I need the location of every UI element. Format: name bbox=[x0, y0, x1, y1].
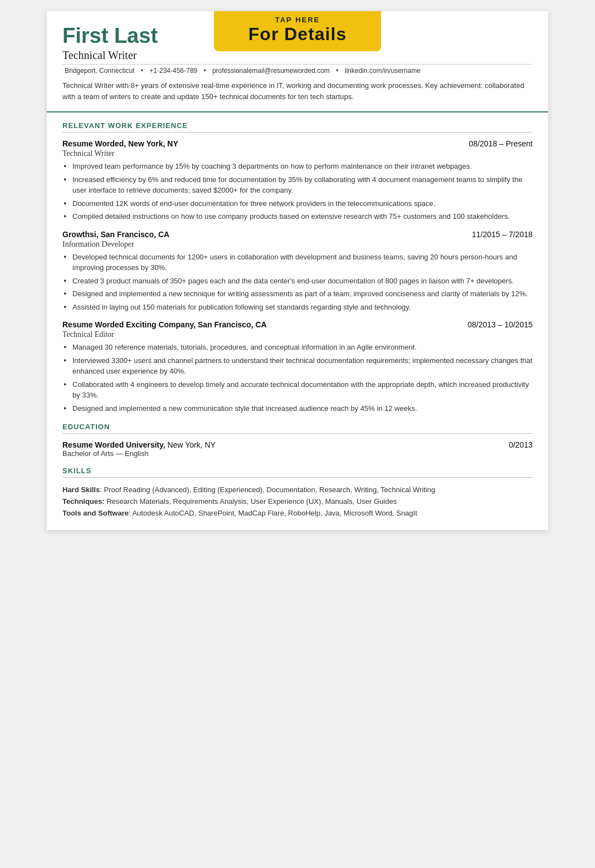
skill-value-3: Autodesk AutoCAD, SharePoint, MadCap Fla… bbox=[132, 509, 417, 517]
skill-value-2: Research Materials, Requirements Analysi… bbox=[106, 497, 397, 506]
tap-here-top-text: TAP HERE bbox=[231, 16, 364, 24]
tap-here-bottom-text: For Details bbox=[231, 24, 364, 45]
bullet-3-1: Managed 30 reference materials, tutorial… bbox=[62, 342, 533, 353]
job-block-1: Resume Worded, New York, NY 08/2018 – Pr… bbox=[62, 139, 533, 222]
resume-page: TAP HERE For Details First Last Technica… bbox=[47, 11, 548, 530]
skill-value-1: Proof Reading (Advanced), Editing (Exper… bbox=[104, 486, 435, 494]
edu-header-1: Resume Worded University, New York, NY 0… bbox=[62, 440, 533, 449]
contact-separator-2: • bbox=[203, 67, 208, 75]
bullet-1-2: Increased efficiency by 6% and reduced t… bbox=[62, 174, 533, 196]
edu-institution-bold: Resume Worded University, bbox=[62, 440, 165, 449]
job-dates-1: 08/2018 – Present bbox=[469, 139, 533, 148]
edu-block-1: Resume Worded University, New York, NY 0… bbox=[62, 440, 533, 458]
bullet-1-1: Improved team performance by 15% by coac… bbox=[62, 161, 533, 172]
job-company-2: Growthsi, San Francisco, CA bbox=[62, 230, 169, 239]
job-company-1: Resume Worded, New York, NY bbox=[62, 139, 178, 148]
contact-phone: +1-234-456-789 bbox=[149, 67, 197, 75]
bullet-2-3: Designed and implemented a new technique… bbox=[62, 288, 533, 300]
skill-line-3: Tools and Software: Autodesk AutoCAD, Sh… bbox=[62, 508, 533, 519]
contact-separator-1: • bbox=[141, 67, 145, 75]
tap-here-banner[interactable]: TAP HERE For Details bbox=[214, 11, 381, 51]
content-section: RELEVANT WORK EXPERIENCE Resume Worded, … bbox=[47, 121, 548, 530]
job-block-2: Growthsi, San Francisco, CA 11/2015 – 7/… bbox=[62, 230, 533, 313]
skills-block: Hard Skills: Proof Reading (Advanced), E… bbox=[62, 484, 533, 519]
job-header-3: Resume Worded Exciting Company, San Fran… bbox=[62, 320, 533, 329]
contact-linkedin: linkedin.com/in/username bbox=[345, 67, 421, 75]
summary-text: Technical Writer with 8+ years of extens… bbox=[62, 80, 533, 102]
skill-label-3: Tools and Software bbox=[62, 509, 129, 517]
education-divider bbox=[62, 433, 533, 434]
job-bullets-1: Improved team performance by 15% by coac… bbox=[62, 161, 533, 222]
skill-line-2: Techniques: Research Materials, Requirem… bbox=[62, 496, 533, 508]
skill-label-2: Techniques: bbox=[62, 497, 105, 506]
job-role-1: Technical Writer bbox=[62, 149, 533, 158]
job-dates-2: 11/2015 – 7/2018 bbox=[472, 230, 533, 239]
job-dates-3: 08/2013 – 10/2015 bbox=[467, 320, 533, 329]
job-block-3: Resume Worded Exciting Company, San Fran… bbox=[62, 320, 533, 414]
skills-heading: SKILLS bbox=[62, 467, 533, 475]
contact-location: Bridgeport, Connecticut bbox=[65, 67, 134, 75]
contact-separator-3: • bbox=[336, 67, 340, 75]
bullet-3-4: Designed and implemented a new communica… bbox=[62, 403, 533, 414]
bullet-3-2: Interviewed 3300+ users and channel part… bbox=[62, 355, 533, 377]
job-bullets-3: Managed 30 reference materials, tutorial… bbox=[62, 342, 533, 414]
header-section: TAP HERE For Details First Last Technica… bbox=[47, 11, 548, 112]
skills-divider bbox=[62, 477, 533, 478]
bullet-2-1: Developed technical documents for 1200+ … bbox=[62, 252, 533, 273]
edu-institution-1: Resume Worded University, New York, NY bbox=[62, 440, 216, 449]
job-role-3: Technical Editor bbox=[62, 330, 533, 339]
skill-line-1: Hard Skills: Proof Reading (Advanced), E… bbox=[62, 484, 533, 496]
contact-line: Bridgeport, Connecticut • +1-234-456-789… bbox=[62, 67, 533, 75]
contact-email: professionalemail@resumeworded.com bbox=[212, 67, 330, 75]
job-bullets-2: Developed technical documents for 1200+ … bbox=[62, 252, 533, 313]
work-experience-divider bbox=[62, 132, 533, 133]
edu-date-1: 0/2013 bbox=[509, 440, 533, 449]
education-heading: EDUCATION bbox=[62, 423, 533, 431]
bullet-3-3: Collaborated with 4 engineers to develop… bbox=[62, 379, 533, 401]
bullet-2-4: Assisted in laying out 150 materials for… bbox=[62, 302, 533, 313]
job-header-1: Resume Worded, New York, NY 08/2018 – Pr… bbox=[62, 139, 533, 148]
edu-degree-1: Bachelor of Arts — English bbox=[62, 449, 533, 458]
work-experience-heading: RELEVANT WORK EXPERIENCE bbox=[62, 121, 533, 130]
job-company-3: Resume Worded Exciting Company, San Fran… bbox=[62, 320, 267, 329]
bullet-1-3: Documented 12K words of end-user documen… bbox=[62, 198, 533, 209]
job-role-2: Information Developer bbox=[62, 240, 533, 249]
skill-label-1: Hard Skills bbox=[62, 486, 100, 494]
bullet-1-4: Compiled detailed instructions on how to… bbox=[62, 211, 533, 222]
job-header-2: Growthsi, San Francisco, CA 11/2015 – 7/… bbox=[62, 230, 533, 239]
edu-institution-rest: New York, NY bbox=[165, 440, 216, 449]
bullet-2-2: Created 3 product manuals of 350+ pages … bbox=[62, 276, 533, 287]
